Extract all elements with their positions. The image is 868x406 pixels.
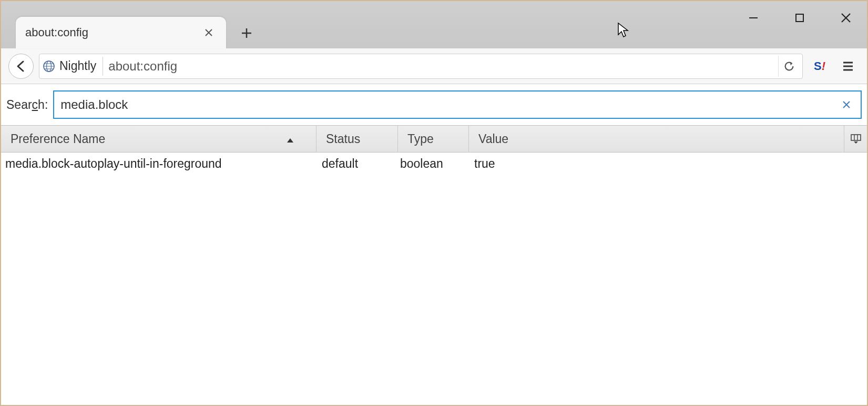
pref-type: boolean <box>398 157 469 171</box>
pref-value: true <box>469 157 867 171</box>
search-label: Search: <box>6 98 48 112</box>
sort-ascending-icon <box>287 132 294 146</box>
tab-title: about:config <box>25 26 201 39</box>
svg-rect-0 <box>796 14 803 22</box>
pref-status: default <box>316 157 398 171</box>
search-label-accesskey: c <box>32 98 38 111</box>
hamburger-menu-button[interactable] <box>836 55 860 78</box>
column-picker-button[interactable] <box>844 126 867 152</box>
url-bar[interactable]: Nightly about:config <box>39 54 803 79</box>
back-button[interactable] <box>8 54 34 79</box>
close-window-button[interactable] <box>835 7 856 28</box>
table-body: media.block-autoplay-until-in-foreground… <box>1 153 867 405</box>
about-config-content: Search: Preference Name Status Type <box>1 84 867 405</box>
new-tab-button[interactable] <box>233 20 260 46</box>
search-row: Search: <box>1 84 867 125</box>
column-header-type-label: Type <box>407 132 434 146</box>
column-header-type[interactable]: Type <box>398 126 469 152</box>
pref-row[interactable]: media.block-autoplay-until-in-foreground… <box>1 153 867 175</box>
navigation-toolbar: Nightly about:config S! <box>1 48 867 84</box>
column-header-status[interactable]: Status <box>316 126 398 152</box>
browser-tab[interactable]: about:config <box>16 17 226 48</box>
window-controls <box>743 7 856 28</box>
mouse-cursor-icon <box>617 22 630 39</box>
search-box <box>53 90 862 119</box>
maximize-button[interactable] <box>789 7 810 28</box>
identity-label: Nightly <box>59 59 96 73</box>
search-input[interactable] <box>60 97 839 112</box>
titlebar: about:config <box>1 1 867 48</box>
minimize-button[interactable] <box>743 7 764 28</box>
column-header-name[interactable]: Preference Name <box>1 126 316 152</box>
clear-search-button[interactable] <box>839 97 854 113</box>
column-header-name-label: Preference Name <box>11 132 105 146</box>
search-label-pre: Sear <box>6 98 32 111</box>
reload-button[interactable] <box>778 56 799 77</box>
table-header: Preference Name Status Type Value <box>1 125 867 153</box>
close-tab-icon[interactable] <box>201 25 217 40</box>
column-header-value-label: Value <box>478 132 508 146</box>
column-header-value[interactable]: Value <box>469 126 844 152</box>
pref-name: media.block-autoplay-until-in-foreground <box>1 157 316 171</box>
column-header-status-label: Status <box>326 132 360 146</box>
globe-icon <box>43 60 55 73</box>
url-text[interactable]: about:config <box>108 59 773 74</box>
identity-box[interactable]: Nightly <box>43 57 103 76</box>
extension-icon: S! <box>814 59 825 73</box>
search-label-post: h: <box>38 98 48 111</box>
svg-rect-3 <box>851 135 861 140</box>
extension-button[interactable]: S! <box>808 55 831 78</box>
